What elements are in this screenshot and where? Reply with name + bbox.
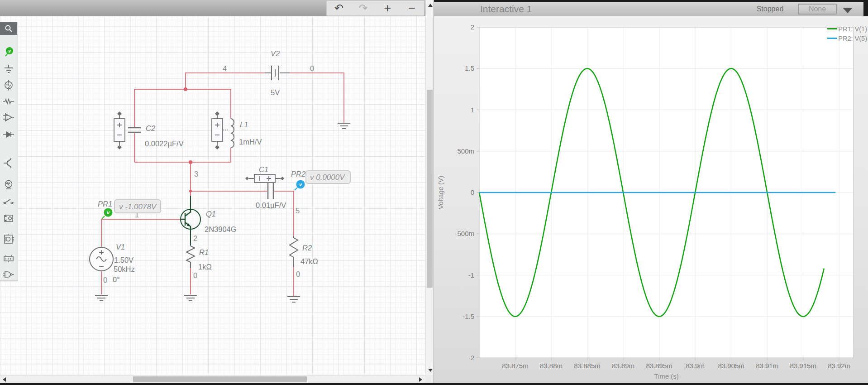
v2-value: 5V bbox=[271, 88, 280, 96]
horizontal-scrollbar[interactable] bbox=[0, 375, 425, 383]
scroll-left-arrow[interactable] bbox=[3, 377, 6, 382]
q1-designator: Q1 bbox=[206, 210, 216, 218]
component-L1[interactable]: L1 1mH/V bbox=[212, 111, 262, 149]
horizontal-scroll-thumb[interactable] bbox=[133, 376, 307, 382]
voltage-probe-tool[interactable]: v bbox=[0, 46, 17, 58]
x-tick-label: 83.91m bbox=[756, 362, 778, 370]
ac-source-tool[interactable] bbox=[0, 79, 17, 91]
zoom-out-button[interactable]: − bbox=[403, 1, 421, 15]
diode-bridge-tool[interactable] bbox=[0, 212, 17, 225]
component-R1[interactable]: R1 1kΩ bbox=[186, 245, 212, 271]
component-palette: v bbox=[0, 22, 18, 281]
legend-swatch bbox=[827, 38, 837, 39]
legend-item: PR1: V(1) bbox=[827, 24, 867, 34]
resistor-tool[interactable] bbox=[0, 95, 17, 108]
search-tool[interactable] bbox=[0, 22, 17, 35]
component-V2[interactable]: V2 5V bbox=[265, 49, 290, 96]
switch-tool[interactable] bbox=[0, 195, 17, 208]
c1-value: 0.01µF/V bbox=[256, 201, 286, 209]
pr2-probe-glyph: v bbox=[299, 182, 302, 187]
lamp-tool[interactable] bbox=[0, 178, 17, 191]
indicator-tool[interactable] bbox=[0, 252, 17, 265]
scroll-right-arrow[interactable] bbox=[419, 377, 422, 382]
net-0-r2: 0 bbox=[296, 270, 300, 278]
c1-designator: C1 bbox=[259, 165, 268, 173]
machine-icon bbox=[3, 233, 14, 245]
junction-dots bbox=[184, 87, 192, 192]
pr2-reading: v 0.0000V bbox=[310, 173, 345, 182]
undo-button[interactable]: ↶ bbox=[330, 1, 348, 15]
v2-designator: V2 bbox=[271, 49, 280, 58]
trigger-select[interactable]: None bbox=[798, 4, 837, 14]
indicator-icon bbox=[3, 253, 14, 265]
diode-icon bbox=[3, 129, 14, 140]
x-axis-title: Time (s) bbox=[654, 372, 678, 380]
vertical-scrollbar[interactable] bbox=[425, 0, 434, 375]
component-Q1[interactable]: Q1 2N3904G bbox=[181, 209, 237, 233]
vertical-scroll-thumb[interactable] bbox=[427, 90, 433, 288]
x-tick-label: 83.88m bbox=[540, 362, 563, 370]
opamp-tool[interactable] bbox=[0, 111, 17, 124]
scroll-up-arrow[interactable] bbox=[428, 4, 433, 7]
net-5: 5 bbox=[296, 207, 300, 215]
simulation-status: Stopped bbox=[749, 5, 792, 13]
search-icon bbox=[4, 24, 13, 33]
pr1-probe-glyph: v bbox=[107, 210, 110, 215]
legend-swatch bbox=[827, 28, 837, 29]
header-corner bbox=[863, 0, 868, 16]
r2-designator: R2 bbox=[302, 244, 312, 252]
legend-label: PR1: V(1) bbox=[838, 25, 867, 33]
net-0-v2: 0 bbox=[310, 64, 314, 72]
r1-designator: R1 bbox=[199, 248, 209, 256]
y-axis-title: Voltage (V) bbox=[437, 176, 444, 209]
net-0-r1: 0 bbox=[193, 271, 197, 279]
y-tick-label: -500m bbox=[455, 230, 474, 237]
y-tick-label: 1 bbox=[471, 106, 474, 114]
pr2-label: PR2 bbox=[291, 170, 305, 178]
component-C1[interactable]: C1 0.01µF/V bbox=[245, 165, 286, 209]
pr1-reading-badge[interactable]: v -1.0078V bbox=[114, 200, 161, 213]
ground-tool[interactable] bbox=[0, 63, 17, 75]
y-tick-label: -1.5 bbox=[463, 313, 474, 320]
component-C2[interactable]: C2 0.0022µF/V bbox=[114, 111, 184, 149]
x-tick-label: 83.895m bbox=[646, 362, 672, 370]
bottom-border bbox=[0, 383, 868, 385]
q1-value: 2N3904G bbox=[205, 225, 237, 233]
c2-designator: C2 bbox=[146, 124, 155, 132]
zoom-in-button[interactable]: + bbox=[378, 1, 396, 15]
r1-value: 1kΩ bbox=[198, 263, 212, 271]
l1-designator: L1 bbox=[240, 120, 248, 129]
grapher-pane: 83.875m83.88m83.885m83.89m83.895m83.9m83… bbox=[434, 0, 868, 383]
app-window: V2 5V C2 0.0022µF/V bbox=[0, 0, 868, 385]
chart-legend: PR1: V(1)PR2: V(5) bbox=[827, 24, 867, 43]
lamp-icon bbox=[3, 179, 14, 191]
grapher-header: Interactive 1 Stopped None bbox=[434, 2, 868, 16]
scroll-down-arrow[interactable] bbox=[428, 369, 433, 372]
probe-PR1[interactable]: v bbox=[102, 208, 113, 219]
ac-source-icon bbox=[3, 79, 14, 91]
x-tick-label: 83.875m bbox=[502, 362, 528, 370]
machine-tool[interactable] bbox=[0, 233, 17, 245]
schematic-drawing: V2 5V C2 0.0022µF/V bbox=[0, 0, 434, 383]
scrollbar-corner bbox=[425, 375, 434, 383]
pr2-reading-badge[interactable]: v 0.0000V bbox=[306, 171, 350, 183]
x-tick-label: 83.89m bbox=[612, 362, 634, 370]
transistor-tool[interactable] bbox=[0, 157, 17, 169]
logic-gate-tool[interactable] bbox=[0, 268, 17, 281]
v1-designator: V1 bbox=[116, 243, 125, 251]
component-R2[interactable]: R2 47kΩ bbox=[290, 236, 318, 267]
voltage-probe-icon: v bbox=[3, 46, 14, 58]
diode-tool[interactable] bbox=[0, 128, 17, 141]
toolbar-button-panel: ↶ ↷ + − bbox=[326, 0, 424, 16]
y-tick-label: 0 bbox=[471, 188, 474, 196]
y-tick-label: -2 bbox=[468, 354, 474, 361]
opamp-icon bbox=[3, 111, 14, 123]
probe-PR2[interactable]: v bbox=[295, 180, 305, 191]
component-V1[interactable]: V1 1.50V 50kHz 0° bbox=[90, 243, 135, 284]
redo-button[interactable]: ↷ bbox=[354, 1, 372, 15]
v1-value: 1.50V bbox=[114, 256, 134, 264]
logic-gate-icon bbox=[3, 269, 14, 280]
voltage-time-chart[interactable]: 83.875m83.88m83.885m83.89m83.895m83.9m83… bbox=[434, 0, 868, 383]
v1-phase: 0° bbox=[113, 275, 120, 284]
chevron-down-icon[interactable] bbox=[843, 8, 853, 13]
